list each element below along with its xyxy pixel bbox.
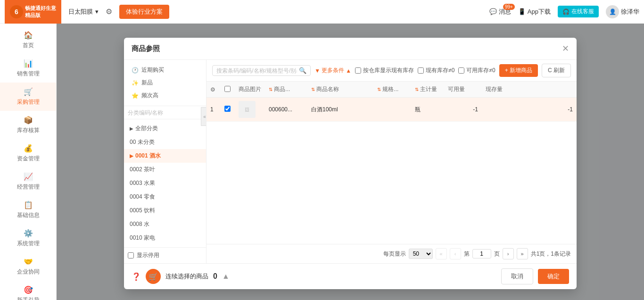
app-download-nav-item[interactable]: 📱 App下载 (518, 8, 551, 16)
store-selector[interactable]: 日太阳膜 ▾ (68, 8, 101, 16)
sort-icon-code: ⇅ (269, 87, 272, 92)
purchase-icon: 🛒 (24, 87, 33, 96)
table-row[interactable]: 1 🖼 (206, 98, 577, 122)
cat-tea[interactable]: 0002 茶叶 (124, 163, 206, 176)
sidebar-item-inventory[interactable]: 📦 库存核算 (0, 111, 56, 139)
sidebar-item-guide[interactable]: 🎯 新手引导 (0, 281, 56, 300)
page-number-input[interactable] (472, 249, 491, 258)
cat-liquor[interactable]: ▶ 0001 酒水 (124, 149, 206, 163)
cancel-button[interactable]: 取消 (501, 268, 533, 284)
cart-icon[interactable]: 🛒 (146, 269, 161, 284)
show-disabled-checkbox[interactable] (128, 252, 134, 258)
show-stock-by-warehouse-checkbox[interactable] (355, 67, 361, 74)
page-size-select[interactable]: 50 10 20 100 (409, 249, 433, 259)
modal-footer: ❓ 🛒 连续选择的商品 0 ▲ 取消 确定 (124, 263, 577, 289)
nonzero-stock-checkbox[interactable] (418, 67, 424, 74)
phone-icon: 📱 (518, 8, 526, 15)
product-panel: 🔍 ▼ 更多条件 ▲ 按仓库显示现有库存 (206, 60, 577, 263)
product-toolbar: 🔍 ▼ 更多条件 ▲ 按仓库显示现有库存 (206, 60, 577, 82)
home-icon: 🏠 (24, 31, 33, 40)
th-spec[interactable]: ⇅ 规格... (373, 82, 411, 98)
select-all-checkbox[interactable] (224, 86, 231, 92)
help-icon[interactable]: ❓ (132, 272, 141, 281)
available-nonzero-filter[interactable]: 可用库存≠0 (458, 67, 495, 75)
cat-uncategorized[interactable]: 00 未分类 (124, 135, 206, 149)
first-page-button[interactable]: « (436, 248, 447, 259)
sort-icon-unit: ⇅ (415, 87, 419, 92)
th-product-image: 商品图片 (235, 82, 265, 98)
show-disabled-label[interactable]: 显示停用 (137, 251, 159, 259)
cat-drinks[interactable]: 0005 饮料 (124, 204, 206, 217)
prev-page-button[interactable]: ‹ (450, 248, 461, 259)
row-checkbox-cell (221, 98, 235, 122)
sidebar-item-basic-info[interactable]: 📋 基础信息 (0, 196, 56, 224)
available-nonzero-checkbox[interactable] (458, 67, 464, 74)
add-product-button[interactable]: + 新增商品 (499, 64, 538, 77)
sidebar-item-home[interactable]: 🏠 首页 (0, 26, 56, 54)
row-code: 000600... (265, 98, 307, 122)
th-product-code[interactable]: ⇅ 商品... (265, 82, 307, 98)
product-search-icon[interactable]: 🔍 (299, 67, 306, 74)
chevron-down-icon: ▾ (95, 8, 99, 15)
try-industry-button[interactable]: 体验行业方案 (119, 5, 169, 19)
category-collapse-button[interactable]: « (201, 107, 206, 126)
cat-all[interactable]: ▶ 全部分类 (124, 122, 206, 135)
quick-link-frequent[interactable]: ⭐ 频次高 (128, 89, 202, 102)
sidebar-item-finance[interactable]: 💰 资金管理 (0, 139, 56, 167)
frequency-icon: ⭐ (132, 92, 139, 99)
user-profile-nav-item[interactable]: 👤 徐泽华 (606, 5, 639, 18)
sort-icon-name: ⇅ (311, 87, 315, 92)
last-page-button[interactable]: » (517, 248, 528, 259)
filter-arrow-icon: ▲ (346, 67, 351, 74)
show-stock-by-warehouse-filter[interactable]: 按仓库显示现有库存 (355, 67, 414, 75)
modal-title: 商品参照 (132, 44, 160, 53)
product-search-input[interactable] (216, 67, 297, 74)
sidebar-item-system[interactable]: ⚙️ 系统管理 (0, 224, 56, 252)
gear-icon[interactable]: ⚙ (106, 7, 112, 16)
logo: 6 畅捷通好生意 精品版 (5, 0, 61, 24)
th-product-name[interactable]: ⇅ 商品名称 (307, 82, 373, 98)
inventory-icon: 📦 (24, 116, 33, 125)
expand-icon: ▶ (130, 126, 133, 131)
image-icon: 🖼 (245, 107, 249, 112)
page-suffix: 页 (494, 250, 500, 258)
guide-icon: 🎯 (24, 285, 33, 294)
avatar: 👤 (606, 5, 619, 18)
modal-close-button[interactable]: ✕ (562, 43, 569, 54)
sidebar-item-management[interactable]: 📈 经营管理 (0, 167, 56, 196)
message-icon: 💬 (489, 8, 497, 15)
expand-icon-2: ▶ (130, 153, 133, 158)
message-nav-item[interactable]: 💬 消息 99+ (489, 8, 511, 16)
online-service-nav-item[interactable]: 🎧 在线客服 (558, 6, 599, 17)
message-badge: 99+ (503, 4, 515, 10)
product-image-placeholder: 🖼 (239, 101, 256, 118)
th-unit[interactable]: ⇅ 主计量 (411, 82, 444, 98)
enterprise-icon: 🤝 (24, 257, 33, 266)
table-body: 1 🖼 (206, 98, 577, 122)
category-search-input[interactable] (128, 109, 198, 116)
star-icon: ✨ (132, 80, 139, 86)
sidebar-item-purchase[interactable]: 🛒 采购管理 (0, 83, 56, 111)
sidebar-item-enterprise[interactable]: 🤝 企业协同 (0, 252, 56, 281)
quick-link-new[interactable]: ✨ 新品 (128, 76, 202, 89)
finance-icon: 💰 (24, 144, 33, 153)
more-filters-button[interactable]: ▼ 更多条件 ▲ (314, 67, 351, 75)
sidebar-item-sales[interactable]: 📊 销售管理 (0, 54, 56, 83)
cat-snacks[interactable]: 0004 零食 (124, 190, 206, 204)
content-area: 商品参照 ✕ 🕐 近期购买 ✨ (57, 24, 644, 300)
next-page-button[interactable]: › (503, 248, 514, 259)
refresh-button[interactable]: C 刷新 (542, 64, 571, 77)
nonzero-stock-filter[interactable]: 现有库存≠0 (418, 67, 454, 75)
show-disabled-area: 显示停用 (124, 247, 206, 263)
confirm-button[interactable]: 确定 (538, 269, 569, 284)
quick-link-recent[interactable]: 🕐 近期购买 (128, 64, 202, 76)
selected-count: 0 (213, 272, 217, 281)
footer-collapse-button[interactable]: ▲ (222, 272, 230, 281)
logo-icon: 6 (10, 5, 23, 18)
row-checkbox[interactable] (224, 106, 231, 112)
row-stock: -1 (482, 98, 577, 122)
row-index: 1 (206, 98, 221, 122)
cat-appliance[interactable]: 0010 家电 (124, 231, 206, 245)
cat-fruit[interactable]: 0003 水果 (124, 176, 206, 190)
cat-water[interactable]: 0008 水 (124, 217, 206, 231)
